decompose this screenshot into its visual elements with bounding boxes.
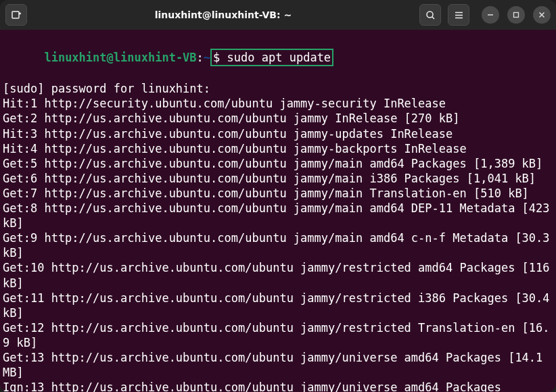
window-title: linuxhint@linuxhint-VB: ~	[31, 9, 415, 20]
output-line: Get:7 http://us.archive.ubuntu.com/ubunt…	[3, 186, 553, 201]
output-line: Hit:4 http://us.archive.ubuntu.com/ubunt…	[3, 141, 553, 156]
output-line: Get:5 http://us.archive.ubuntu.com/ubunt…	[3, 156, 553, 171]
output-line: Ign:13 http://us.archive.ubuntu.com/ubun…	[3, 380, 553, 392]
output-line: Get:6 http://us.archive.ubuntu.com/ubunt…	[3, 171, 553, 186]
output-line: Get:13 http://us.archive.ubuntu.com/ubun…	[3, 350, 553, 380]
output-line: Hit:3 http://us.archive.ubuntu.com/ubunt…	[3, 126, 553, 141]
maximize-button[interactable]	[507, 6, 525, 24]
svg-rect-0	[12, 11, 19, 18]
minimize-button[interactable]	[482, 6, 499, 24]
prompt-path: ~	[204, 51, 210, 64]
new-tab-icon	[11, 9, 22, 20]
new-tab-button[interactable]	[5, 4, 27, 26]
window-controls	[482, 6, 551, 24]
output-line: Get:8 http://us.archive.ubuntu.com/ubunt…	[3, 201, 553, 230]
close-icon	[538, 11, 545, 18]
output-line: Get:9 http://us.archive.ubuntu.com/ubunt…	[3, 230, 553, 260]
titlebar-left	[5, 4, 27, 26]
output-line: Get:12 http://us.archive.ubuntu.com/ubun…	[3, 320, 553, 350]
menu-button[interactable]	[448, 4, 469, 26]
output-line: Get:11 http://us.archive.ubuntu.com/ubun…	[3, 291, 553, 320]
titlebar: linuxhint@linuxhint-VB: ~	[0, 0, 556, 30]
output-line: Get:2 http://us.archive.ubuntu.com/ubunt…	[3, 111, 553, 126]
output-line: Hit:1 http://security.ubuntu.com/ubuntu …	[3, 96, 553, 111]
prompt-separator: :	[197, 51, 204, 64]
terminal-content[interactable]: linuxhint@linuxhint-VB:~$ sudo apt updat…	[0, 30, 556, 392]
minimize-icon	[487, 11, 494, 18]
output-line: Get:10 http://us.archive.ubuntu.com/ubun…	[3, 260, 553, 290]
output-line: [sudo] password for linuxhint:	[3, 81, 553, 96]
hamburger-icon	[454, 10, 464, 20]
command-highlight: $ sudo apt update	[210, 49, 333, 66]
titlebar-right	[419, 4, 551, 26]
search-icon	[425, 10, 436, 20]
maximize-icon	[513, 11, 519, 18]
terminal-window: linuxhint@linuxhint-VB: ~	[0, 0, 556, 392]
close-button[interactable]	[533, 6, 551, 24]
prompt-userhost: linuxhint@linuxhint-VB	[44, 51, 196, 64]
search-button[interactable]	[419, 4, 441, 26]
prompt-line: linuxhint@linuxhint-VB:~$ sudo apt updat…	[3, 34, 553, 81]
prompt-dollar: $	[213, 51, 227, 64]
prompt-command: sudo apt update	[227, 51, 331, 64]
svg-point-1	[427, 11, 433, 18]
svg-rect-2	[514, 13, 519, 18]
